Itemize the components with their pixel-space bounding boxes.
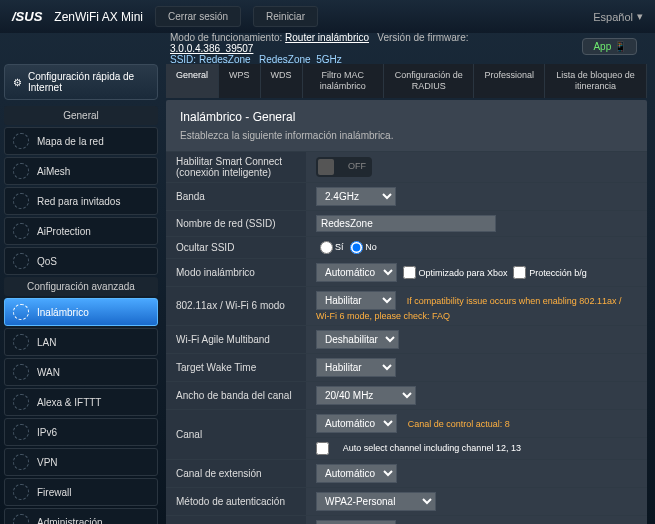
- hide-ssid-no[interactable]: [350, 241, 363, 254]
- label-wireless-mode: Modo inalámbrico: [166, 258, 306, 286]
- lan-icon: [13, 334, 29, 350]
- tab-mac-filter[interactable]: Filtro MAC inalámbrico: [303, 64, 384, 98]
- label-80211ax: 802.11ax / Wi-Fi 6 modo: [166, 286, 306, 325]
- wireless-mode-select[interactable]: Automático: [316, 263, 397, 282]
- label-smart-connect: Habilitar Smart Connect (conexión inteli…: [166, 151, 306, 182]
- label-hide-ssid: Ocultar SSID: [166, 236, 306, 258]
- label-ext-channel: Canal de extensión: [166, 459, 306, 487]
- tab-roaming-block[interactable]: Lista de bloqueo de itinerancia: [545, 64, 647, 98]
- tab-row: General WPS WDS Filtro MAC inalámbrico C…: [166, 64, 647, 98]
- tab-general[interactable]: General: [166, 64, 219, 98]
- section-advanced: Configuración avanzada: [4, 277, 158, 296]
- label-auth-method: Método de autenticación: [166, 487, 306, 515]
- sidebar-item-administration[interactable]: Administración: [4, 508, 158, 524]
- label-ssid: Nombre de red (SSID): [166, 210, 306, 236]
- language-selector[interactable]: Español ▾: [593, 10, 643, 23]
- label-twt: Target Wake Time: [166, 353, 306, 381]
- panel-subtitle: Establezca la siguiente información inal…: [166, 130, 647, 151]
- sidebar-item-aimesh[interactable]: AiMesh: [4, 157, 158, 185]
- ssid-input[interactable]: [316, 215, 496, 232]
- quick-setup-button[interactable]: ⚙ Configuración rápida de Internet: [4, 64, 158, 100]
- wifi-icon: [13, 304, 29, 320]
- label-wpa-enc: Cifrado WPA: [166, 515, 306, 524]
- faq-link[interactable]: FAQ: [432, 311, 450, 321]
- mesh-icon: [13, 163, 29, 179]
- sidebar-item-firewall[interactable]: Firewall: [4, 478, 158, 506]
- xbox-checkbox[interactable]: [403, 266, 416, 279]
- guest-icon: [13, 193, 29, 209]
- sidebar-item-wan[interactable]: WAN: [4, 358, 158, 386]
- sidebar-item-vpn[interactable]: VPN: [4, 448, 158, 476]
- tab-wps[interactable]: WPS: [219, 64, 261, 98]
- label-channel: Canal: [166, 409, 306, 459]
- tab-professional[interactable]: Professional: [474, 64, 545, 98]
- auth-select[interactable]: WPA2-Personal: [316, 492, 436, 511]
- label-agile-multiband: Wi-Fi Agile Multiband: [166, 325, 306, 353]
- channel-select[interactable]: Automático: [316, 414, 397, 433]
- shield-icon: [13, 223, 29, 239]
- admin-icon: [13, 514, 29, 524]
- ext-channel-select[interactable]: Automático: [316, 464, 397, 483]
- section-general: General: [4, 106, 158, 125]
- tab-radius[interactable]: Configuración de RADIUS: [384, 64, 474, 98]
- hide-ssid-yes[interactable]: [320, 241, 333, 254]
- smart-connect-toggle[interactable]: OFF: [316, 157, 372, 177]
- band-select[interactable]: 2.4GHz: [316, 187, 396, 206]
- enc-select[interactable]: AES: [316, 520, 396, 524]
- sidebar-item-guest-network[interactable]: Red para invitados: [4, 187, 158, 215]
- qos-icon: [13, 253, 29, 269]
- map-icon: [13, 133, 29, 149]
- tab-wds[interactable]: WDS: [261, 64, 303, 98]
- auto-channel-checkbox[interactable]: [316, 442, 329, 455]
- sidebar-item-qos[interactable]: QoS: [4, 247, 158, 275]
- label-band: Banda: [166, 182, 306, 210]
- sidebar-item-network-map[interactable]: Mapa de la red: [4, 127, 158, 155]
- reboot-button[interactable]: Reiniciar: [253, 6, 318, 27]
- vpn-icon: [13, 454, 29, 470]
- sidebar-item-wireless[interactable]: Inalámbrico: [4, 298, 158, 326]
- gear-icon: ⚙: [13, 77, 22, 88]
- brand-logo: /SUS: [12, 9, 42, 24]
- alexa-icon: [13, 394, 29, 410]
- sidebar-item-alexa-ifttt[interactable]: Alexa & IFTTT: [4, 388, 158, 416]
- bandwidth-select[interactable]: 20/40 MHz: [316, 386, 416, 405]
- twt-select[interactable]: Habilitar: [316, 358, 396, 377]
- globe-icon: [13, 364, 29, 380]
- current-channel: Canal de control actual: 8: [408, 419, 510, 429]
- sidebar-item-lan[interactable]: LAN: [4, 328, 158, 356]
- wireless-panel: Inalámbrico - General Establezca la sigu…: [166, 100, 647, 524]
- sidebar-item-aiprotection[interactable]: AiProtection: [4, 217, 158, 245]
- sidebar: ⚙ Configuración rápida de Internet Gener…: [0, 34, 162, 524]
- chevron-down-icon: ▾: [637, 10, 643, 23]
- ipv6-icon: [13, 424, 29, 440]
- sidebar-item-ipv6[interactable]: IPv6: [4, 418, 158, 446]
- bg-protect-checkbox[interactable]: [513, 266, 526, 279]
- ax-select[interactable]: Habilitar: [316, 291, 396, 310]
- main-content: General WPS WDS Filtro MAC inalámbrico C…: [162, 34, 655, 524]
- agile-select[interactable]: Deshabilitar: [316, 330, 399, 349]
- label-bandwidth: Ancho de banda del canal: [166, 381, 306, 409]
- product-name: ZenWiFi AX Mini: [54, 10, 143, 24]
- panel-title: Inalámbrico - General: [166, 100, 647, 130]
- logout-button[interactable]: Cerrar sesión: [155, 6, 241, 27]
- firewall-icon: [13, 484, 29, 500]
